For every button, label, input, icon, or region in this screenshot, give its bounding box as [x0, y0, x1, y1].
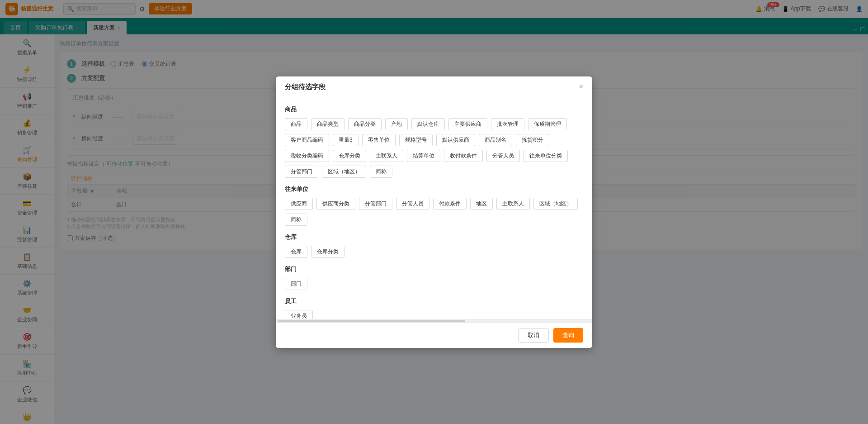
employee-fields: 业务员 [285, 310, 583, 319]
field-tag[interactable]: 仓库 [285, 246, 307, 258]
modal-header: 分组待选字段 × [276, 76, 592, 98]
field-tag[interactable]: 商品 [285, 118, 307, 130]
section-counterpart-title: 往来单位 [285, 185, 583, 193]
modal-overlay: 分组待选字段 × 商品 商品 商品类型 商品分类 产地 默认仓库 主要供应商 [54, 34, 868, 424]
field-tag[interactable]: 分管部门 [285, 166, 318, 178]
field-tag[interactable]: 分管人员 [486, 150, 520, 162]
modal-title: 分组待选字段 [285, 83, 326, 91]
field-tag[interactable]: 拣货积分 [516, 134, 549, 146]
field-tag[interactable]: 付款条件 [433, 198, 467, 210]
field-tag[interactable]: 批次管理 [491, 118, 524, 130]
field-tag[interactable]: 产地 [385, 118, 408, 130]
field-tag[interactable]: 部门 [285, 278, 307, 290]
section-employee: 员工 业务员 [285, 297, 583, 319]
modal-close-button[interactable]: × [579, 83, 583, 91]
cancel-button[interactable]: 取消 [518, 328, 549, 343]
field-tag[interactable]: 商品类型 [311, 118, 344, 130]
section-product-title: 商品 [285, 105, 583, 114]
field-tag[interactable]: 重量3 [333, 134, 359, 146]
field-tag[interactable]: 仓库分类 [333, 150, 366, 162]
field-tag[interactable]: 默认仓库 [411, 118, 445, 130]
main-layout: 🔍 搜索菜单 ⚡ 快捷导航 📢 营销推广 💰 销售管理 🛒 采购管理 📦 库存核… [0, 34, 868, 424]
field-tag[interactable]: 主联系人 [496, 198, 530, 210]
field-tag[interactable]: 零售单位 [362, 134, 396, 146]
field-tag[interactable]: 简称 [285, 214, 307, 226]
field-tag[interactable]: 主要供应商 [448, 118, 487, 130]
field-tag[interactable]: 供应商 [285, 198, 313, 210]
field-tag[interactable]: 地区 [470, 198, 493, 210]
section-department-title: 部门 [285, 265, 583, 273]
field-tag[interactable]: 区域（地区） [322, 166, 366, 178]
department-fields: 部门 [285, 278, 583, 290]
field-tag[interactable]: 分管部门 [359, 198, 392, 210]
field-tag[interactable]: 收付款条件 [444, 150, 483, 162]
field-tag[interactable]: 往来单位分类 [524, 150, 568, 162]
field-tag[interactable]: 保质期管理 [528, 118, 567, 130]
field-tag[interactable]: 商品分类 [348, 118, 382, 130]
field-tag[interactable]: 结算单位 [407, 150, 440, 162]
field-tag[interactable]: 简称 [370, 166, 392, 178]
modal-body: 商品 商品 商品类型 商品分类 产地 默认仓库 主要供应商 批次管理 保质期管理… [276, 98, 592, 319]
field-tag[interactable]: 分管人员 [396, 198, 429, 210]
section-product: 商品 商品 商品类型 商品分类 产地 默认仓库 主要供应商 批次管理 保质期管理… [285, 105, 583, 178]
confirm-button[interactable]: 查询 [553, 328, 583, 343]
field-tag[interactable]: 仓库分类 [311, 246, 344, 258]
field-tag[interactable]: 商品别名 [479, 134, 512, 146]
product-fields: 商品 商品类型 商品分类 产地 默认仓库 主要供应商 批次管理 保质期管理 客户… [285, 118, 583, 178]
field-tag[interactable]: 主联系人 [370, 150, 403, 162]
section-department: 部门 部门 [285, 265, 583, 290]
content-area: 采购订单执行表方案设置 1 选择模板 汇总表 交叉统计表 [54, 34, 868, 424]
section-employee-title: 员工 [285, 297, 583, 305]
field-tag[interactable]: 规格型号 [399, 134, 433, 146]
field-tag[interactable]: 默认供应商 [436, 134, 475, 146]
section-warehouse: 仓库 仓库 仓库分类 [285, 233, 583, 258]
modal-footer: 取消 查询 [276, 322, 592, 348]
field-tag[interactable]: 区域（地区） [533, 198, 578, 210]
field-tag[interactable]: 税收分类编码 [285, 150, 329, 162]
field-tag[interactable]: 供应商分类 [316, 198, 355, 210]
warehouse-fields: 仓库 仓库分类 [285, 246, 583, 258]
section-counterpart: 往来单位 供应商 供应商分类 分管部门 分管人员 付款条件 地区 主联系人 区域… [285, 185, 583, 226]
field-tag[interactable]: 业务员 [285, 310, 313, 319]
counterpart-fields: 供应商 供应商分类 分管部门 分管人员 付款条件 地区 主联系人 区域（地区） … [285, 198, 583, 226]
section-warehouse-title: 仓库 [285, 233, 583, 241]
field-tag[interactable]: 客户商品编码 [285, 134, 329, 146]
field-select-modal: 分组待选字段 × 商品 商品 商品类型 商品分类 产地 默认仓库 主要供应商 [276, 76, 592, 348]
